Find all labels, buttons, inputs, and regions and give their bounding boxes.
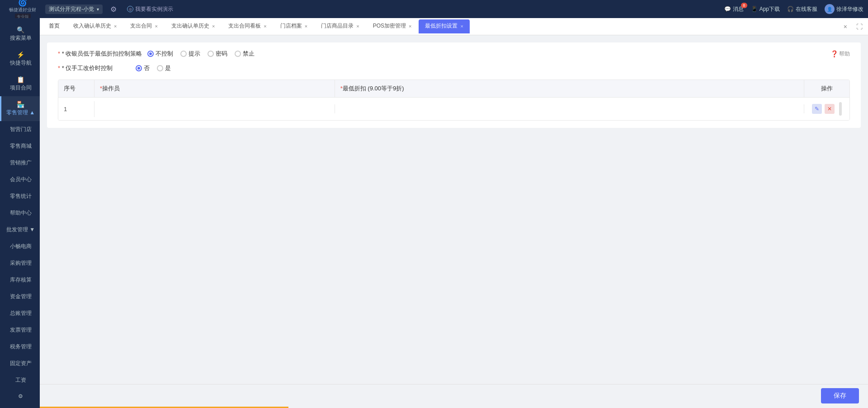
edit-button[interactable]: ✎ <box>812 104 822 114</box>
tab-label: 支出确认单历史 <box>171 22 209 30</box>
topbar-settings-button[interactable]: ⚙ <box>107 3 120 15</box>
sidebar-item-ledger[interactable]: 总账管理 <box>0 305 40 322</box>
topbar-right: 💬 消息 8 📱 App下载 🎧 在线客服 👤 徐泽华修改 <box>724 4 863 14</box>
sidebar-item-label: 工资 <box>15 376 26 384</box>
sidebar-item-label: 项目合同 <box>10 84 32 92</box>
tab-store-files[interactable]: 门店档案 × <box>274 19 314 33</box>
sidebar-settings-button[interactable]: ⚙ <box>0 389 40 404</box>
sidebar-item-members[interactable]: 会员中心 <box>0 171 40 188</box>
tab-close-icon[interactable]: × <box>114 23 117 29</box>
tab-close-icon[interactable]: × <box>264 23 266 29</box>
save-button[interactable]: 保存 <box>821 388 859 403</box>
tab-close-icon[interactable]: × <box>460 23 463 29</box>
required-star: * <box>100 85 102 92</box>
help-link[interactable]: ❓ 帮助 <box>830 50 850 58</box>
close-tab-button[interactable]: × <box>841 22 850 31</box>
th-seq: 序号 <box>58 80 94 97</box>
td-seq: 1 <box>58 101 94 117</box>
topbar: 🌀 畅捷通好业财 专业版 测试分开完程-小觉 ▾ ⚙ ◎ 我要看实例演示 💬 消… <box>0 0 868 18</box>
tab-payment-confirm-history[interactable]: 支出确认单历史 × <box>165 19 221 33</box>
radio-no[interactable] <box>136 65 142 71</box>
sidebar-item-salary[interactable]: 工资 <box>0 372 40 389</box>
option-password[interactable]: 密码 <box>208 50 227 58</box>
tab-bar: 首页 收入确认单历史 × 支出合同 × 支出确认单历史 × 支出合同看板 × 门… <box>40 18 868 35</box>
sidebar-item-label: 帮助中心 <box>10 209 32 217</box>
user-name: 徐泽华修改 <box>836 5 863 13</box>
tab-store-catalog[interactable]: 门店商品目录 × <box>315 19 365 33</box>
sidebar-item-ecommerce[interactable]: 小畅电商 <box>0 238 40 255</box>
sidebar-item-marketing[interactable]: 营销推广 <box>0 155 40 171</box>
sidebar-item-contract[interactable]: 📋 项目合同 <box>0 71 40 96</box>
tab-payment-contract-board[interactable]: 支出合同看板 × <box>222 19 273 33</box>
user-menu[interactable]: 👤 徐泽华修改 <box>825 4 863 14</box>
tab-payment-contract[interactable]: 支出合同 × <box>124 19 164 33</box>
tab-min-discount-settings[interactable]: 最低折扣设置 × <box>419 19 469 33</box>
sidebar-item-assets[interactable]: 固定资产 <box>0 355 40 372</box>
sidebar-item-retail-stats[interactable]: 零售统计 <box>0 188 40 205</box>
option-no-control[interactable]: 不控制 <box>147 50 173 58</box>
maximize-button[interactable]: ⛶ <box>854 22 865 31</box>
demo-link[interactable]: ◎ 我要看实例演示 <box>127 5 173 13</box>
radio-no-control[interactable] <box>147 51 154 57</box>
tab-close-icon[interactable]: × <box>212 23 215 29</box>
radio-yes[interactable] <box>157 65 163 71</box>
message-button[interactable]: 💬 消息 8 <box>724 5 744 13</box>
sidebar-item-label: 总账管理 <box>10 310 32 317</box>
option-forbid[interactable]: 禁止 <box>235 50 255 58</box>
th-min-discount: *最低折扣 (9.00等于9折) <box>335 80 804 97</box>
sidebar-item-purchase[interactable]: 采购管理 <box>0 255 40 272</box>
radio-forbid[interactable] <box>235 51 241 57</box>
sidebar-item-smart-store[interactable]: 智营门店 <box>0 121 40 138</box>
required-star: * <box>58 50 60 57</box>
tab-close-icon[interactable]: × <box>155 23 157 29</box>
sidebar-item-help[interactable]: 帮助中心 <box>0 205 40 221</box>
sidebar-item-invoice[interactable]: 发票管理 <box>0 322 40 338</box>
contract-icon: 📋 <box>17 76 24 83</box>
page-content: * * 收银员低于最低折扣控制策略 不控制 提示 <box>40 35 868 384</box>
th-actions: 操作 <box>804 80 849 97</box>
sidebar-item-wholesale[interactable]: 批发管理 ▼ <box>0 221 40 238</box>
sidebar-item-label: 营销推广 <box>10 159 32 167</box>
table-row: 1 ✎ ✕ <box>58 98 849 120</box>
sidebar-item-label: 批发管理 ▼ <box>6 226 35 234</box>
tab-home[interactable]: 首页 <box>42 19 66 33</box>
delete-button[interactable]: ✕ <box>825 104 835 114</box>
avatar-icon: 👤 <box>827 7 832 12</box>
sidebar-item-retail-mall[interactable]: 零售商城 <box>0 138 40 155</box>
settings-card: * * 收银员低于最低折扣控制策略 不控制 提示 <box>47 42 861 128</box>
radio-remind[interactable] <box>180 51 187 57</box>
search-icon: 🔍 <box>17 26 24 33</box>
cashier-control-row: * * 收银员低于最低折扣控制策略 不控制 提示 <box>58 50 850 58</box>
tab-income-confirm-history[interactable]: 收入确认单历史 × <box>67 19 123 33</box>
content-area: 首页 收入确认单历史 × 支出合同 × 支出确认单历史 × 支出合同看板 × 门… <box>40 18 868 408</box>
required-star: * <box>58 65 60 71</box>
tab-label: 门店档案 <box>280 22 302 30</box>
option-no[interactable]: 否 <box>136 64 150 72</box>
sidebar-item-label: 发票管理 <box>10 326 32 334</box>
sidebar-item-funds[interactable]: 资金管理 <box>0 288 40 305</box>
app-logo: 🌀 畅捷通好业财 专业版 <box>5 0 41 20</box>
customer-service-button[interactable]: 🎧 在线客服 <box>787 5 817 13</box>
project-name: 测试分开完程-小觉 <box>49 5 94 13</box>
radio-password[interactable] <box>208 51 214 57</box>
sidebar-item-retail[interactable]: 🏪 零售管理 ▲ <box>0 96 40 121</box>
cashier-control-options: 不控制 提示 密码 禁止 <box>147 50 255 58</box>
tab-close-icon[interactable]: × <box>305 23 307 29</box>
tab-close-icon[interactable]: × <box>409 23 411 29</box>
option-remind[interactable]: 提示 <box>180 50 200 58</box>
option-yes[interactable]: 是 <box>157 64 171 72</box>
app-download-button[interactable]: 📱 App下载 <box>751 5 780 13</box>
sidebar-item-inventory[interactable]: 库存核算 <box>0 272 40 288</box>
tab-pos-password[interactable]: POS加密管理 × <box>367 19 418 33</box>
project-selector[interactable]: 测试分开完程-小觉 ▾ <box>45 5 103 14</box>
tab-home-label: 首页 <box>49 22 60 30</box>
th-operator: *操作员 <box>94 80 335 97</box>
sidebar-item-search[interactable]: 🔍 搜索菜单 <box>0 22 40 47</box>
cashier-control-label: * * 收银员低于最低折扣控制策略 <box>58 50 142 58</box>
sidebar-item-label: 固定资产 <box>10 360 32 367</box>
sidebar-item-tax[interactable]: 税务管理 <box>0 338 40 355</box>
td-operator <box>94 104 335 113</box>
tab-close-icon[interactable]: × <box>356 23 359 29</box>
tab-label: 支出合同 <box>130 22 152 30</box>
sidebar-item-quicknav[interactable]: ⚡ 快捷导航 <box>0 47 40 71</box>
